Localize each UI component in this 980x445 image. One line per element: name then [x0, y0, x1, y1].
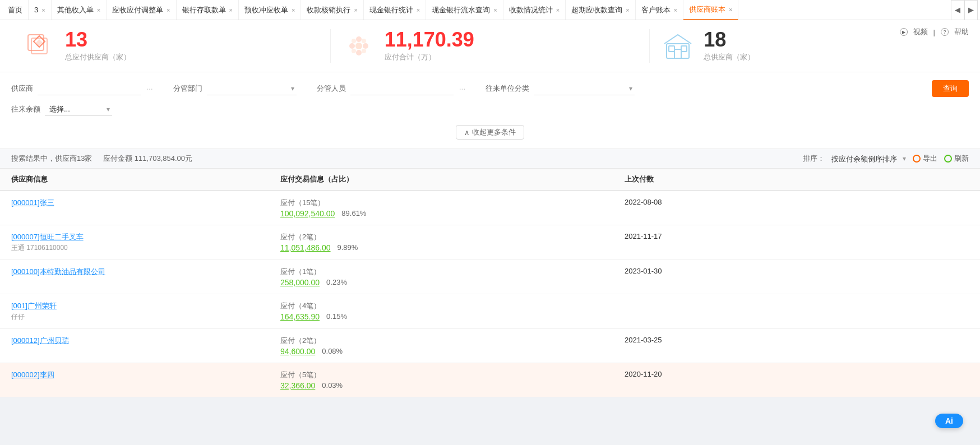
nav-item-customer-ledger[interactable]: 客户账本 ×	[636, 0, 683, 20]
results-actions: 排序： 按应付余额倒序排序 按应付余额升序排序 导出 刷新	[803, 154, 969, 164]
nav-item-ar-ap-adjust[interactable]: 应收应付调整单 ×	[107, 0, 176, 20]
ap-suppliers-number: 13	[65, 30, 131, 50]
card-content-ap-suppliers: 13 总应付供应商（家）	[65, 30, 131, 62]
nav-item-cash-bank-stat[interactable]: 现金银行统计 ×	[364, 0, 426, 20]
transaction-amount-1[interactable]: 100,092,540.00	[280, 209, 335, 218]
svg-point-8	[363, 43, 368, 49]
person-field: 分管人员 ···	[317, 82, 466, 95]
supplier-ellipsis[interactable]: ···	[146, 84, 153, 93]
nav-item-3[interactable]: 3 ×	[29, 0, 52, 20]
video-link[interactable]: 视频	[913, 27, 928, 37]
pay-type-5: 应付	[280, 336, 295, 346]
sort-select[interactable]: 按应付余额倒序排序 按应付余额升序排序	[831, 155, 906, 163]
transaction-row-2: 应付 （2笔）	[280, 232, 625, 242]
transaction-percent-4: 0.15%	[326, 312, 347, 321]
transaction-amount-2[interactable]: 11,051,486.00	[280, 243, 331, 252]
category-select[interactable]	[534, 82, 635, 95]
close-icon-supplier-ledger[interactable]: ×	[729, 6, 732, 13]
table-row: [000007]恒旺二手叉车 王通 17106110000 应付 （2笔） 11…	[0, 225, 980, 260]
transaction-amount-3[interactable]: 258,000.00	[280, 278, 320, 287]
close-icon-receipt-stat[interactable]: ×	[556, 7, 560, 13]
table-section: 供应商信息 应付交易信息（占比） 上次付数 [000001]张三 应付 （15笔…	[0, 169, 980, 397]
supplier-link-1[interactable]: [000001]张三	[11, 198, 54, 207]
svg-rect-14	[674, 49, 681, 58]
transaction-row-3: 应付 （1笔）	[280, 267, 625, 277]
supplier-link-2[interactable]: [000007]恒旺二手叉车	[11, 233, 84, 241]
export-circle-icon	[913, 155, 921, 163]
diamond-icon	[22, 29, 56, 63]
nav-arrow-right[interactable]: ▶	[964, 0, 978, 20]
help-link[interactable]: 帮助	[954, 27, 969, 37]
transaction-amount-row-6: 32,366.00 0.03%	[280, 380, 625, 390]
supplier-link-5[interactable]: [000012]广州贝瑞	[11, 336, 69, 345]
transaction-amount-5[interactable]: 94,600.00	[280, 347, 315, 356]
category-field: 往来单位分类	[486, 82, 635, 95]
last-pay-1: 2022-08-08	[625, 198, 969, 206]
collapse-button[interactable]: ∧ 收起更多条件	[456, 125, 524, 140]
transaction-info-3: 应付 （1笔） 258,000.00 0.23%	[280, 267, 625, 287]
transaction-amount-6[interactable]: 32,366.00	[280, 381, 315, 390]
nav-item-supplier-ledger[interactable]: 供应商账本 ×	[683, 0, 738, 20]
nav-item-receipt-stat[interactable]: 收款情况统计 ×	[503, 0, 566, 20]
pay-type-3: 应付	[280, 267, 295, 277]
nav-item-prepay-ar[interactable]: 预收冲应收单 ×	[239, 0, 301, 20]
separator: |	[933, 28, 935, 36]
close-icon-customer-ledger[interactable]: ×	[674, 7, 677, 13]
nav-label-3: 3	[34, 6, 38, 14]
last-pay-3: 2023-01-30	[625, 267, 969, 275]
supplier-link-4[interactable]: [001]广州荣轩	[11, 302, 57, 310]
close-icon-cash-flow-query[interactable]: ×	[493, 7, 497, 13]
nav-item-overdue-ar[interactable]: 超期应收款查询 ×	[566, 0, 635, 20]
nav-label-home: 首页	[8, 5, 22, 15]
nav-item-other-income[interactable]: 其他收入单 ×	[52, 0, 107, 20]
nav-item-bank-deposit[interactable]: 银行存取款单 ×	[177, 0, 239, 20]
last-pay-2: 2021-11-17	[625, 232, 969, 240]
flower-icon	[342, 29, 376, 63]
table-header: 供应商信息 应付交易信息（占比） 上次付数	[0, 169, 980, 191]
transaction-amount-4[interactable]: 164,635.90	[280, 312, 320, 321]
ai-button[interactable]: Ai	[935, 414, 963, 428]
transaction-percent-5: 0.08%	[322, 347, 343, 355]
dept-select-wrapper	[207, 82, 297, 95]
nav-label-bank-deposit: 银行存取款单	[182, 5, 226, 15]
nav-label-cash-bank-stat: 现金银行统计	[369, 5, 413, 15]
close-icon-overdue-ar[interactable]: ×	[626, 7, 629, 13]
supplier-info-4: [001]广州荣轩 仔仔	[11, 301, 280, 322]
transaction-amount-row-5: 94,600.00 0.08%	[280, 346, 625, 356]
close-icon-prepay-ar[interactable]: ×	[292, 7, 295, 13]
refresh-action[interactable]: 刷新	[944, 154, 969, 164]
nav-arrow-left[interactable]: ◀	[951, 0, 964, 20]
close-icon-ar-ap-adjust[interactable]: ×	[167, 7, 170, 13]
col-header-transaction: 应付交易信息（占比）	[280, 174, 625, 184]
close-icon-cash-bank-stat[interactable]: ×	[417, 7, 420, 13]
pay-count-3: （1笔）	[295, 267, 321, 277]
balance-select[interactable]: 选择...	[45, 103, 112, 116]
supplier-link-6[interactable]: [000002]李四	[11, 370, 54, 379]
summary-section: 13 总应付供应商（家） 11,170.39 应付合计（万）	[0, 20, 980, 72]
category-select-wrapper	[534, 82, 635, 95]
table-row: [000100]本特勤油品有限公司 应付 （1笔） 258,000.00 0.2…	[0, 260, 980, 294]
supplier-field: 供应商 ···	[11, 82, 153, 95]
supplier-input[interactable]	[38, 82, 141, 95]
dept-select[interactable]	[207, 82, 297, 95]
nav-label-receipt-verify: 收款核销执行	[307, 5, 350, 15]
supplier-link-3[interactable]: [000100]本特勤油品有限公司	[11, 267, 105, 276]
query-button[interactable]: 查询	[932, 80, 969, 97]
close-icon-receipt-verify[interactable]: ×	[354, 7, 357, 13]
pay-count-5: （2笔）	[295, 336, 321, 346]
search-section: 供应商 ··· 分管部门 分管人员 ··· 往来单位分类	[0, 72, 980, 149]
person-input[interactable]	[350, 82, 454, 95]
collapse-bar: ∧ 收起更多条件	[11, 122, 969, 143]
close-icon-3[interactable]: ×	[41, 7, 45, 13]
person-ellipsis[interactable]: ···	[459, 84, 466, 93]
nav-item-receipt-verify[interactable]: 收款核销执行 ×	[301, 0, 363, 20]
close-icon-bank-deposit[interactable]: ×	[229, 7, 233, 13]
results-supplier-count: 搜索结果中，供应商13家	[11, 154, 92, 163]
export-action[interactable]: 导出	[913, 154, 937, 164]
transaction-info-5: 应付 （2笔） 94,600.00 0.08%	[280, 336, 625, 356]
category-label: 往来单位分类	[486, 84, 529, 94]
close-icon-other-income[interactable]: ×	[97, 7, 100, 13]
nav-item-cash-flow-query[interactable]: 现金银行流水查询 ×	[426, 0, 503, 20]
transaction-row-5: 应付 （2笔）	[280, 336, 625, 346]
nav-item-home[interactable]: 首页	[2, 0, 29, 20]
